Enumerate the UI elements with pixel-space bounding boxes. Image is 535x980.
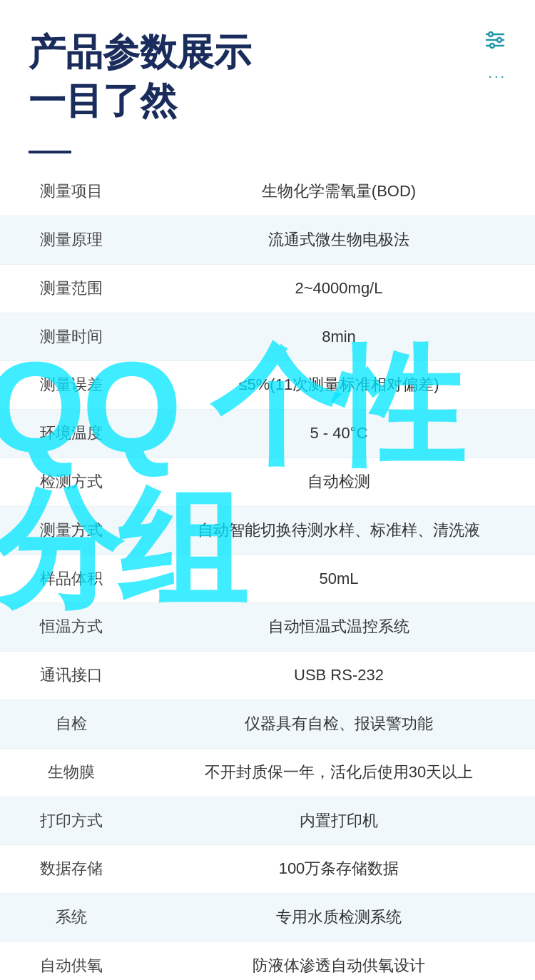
param-label: 打印方式 bbox=[0, 797, 143, 845]
table-row: 打印方式内置打印机 bbox=[0, 797, 535, 845]
param-label: 通讯接口 bbox=[0, 652, 143, 700]
table-row: 自检仪器具有自检、报误警功能 bbox=[0, 699, 535, 748]
param-value: 100万条存储数据 bbox=[143, 845, 535, 894]
table-row: 系统专用水质检测系统 bbox=[0, 894, 535, 942]
param-label: 测量时间 bbox=[0, 313, 143, 361]
param-value: 专用水质检测系统 bbox=[143, 894, 535, 942]
table-row: 测量误差≤5%(11次测量标准相对偏差) bbox=[0, 361, 535, 410]
table-row: 数据存储100万条存储数据 bbox=[0, 845, 535, 894]
table-row: 恒温方式自动恒温式温控系统 bbox=[0, 603, 535, 652]
param-value: ≤5%(11次测量标准相对偏差) bbox=[143, 361, 535, 410]
param-value: 防液体渗透自动供氧设计 bbox=[143, 941, 535, 980]
table-row: 自动供氧防液体渗透自动供氧设计 bbox=[0, 941, 535, 980]
param-value: USB RS-232 bbox=[143, 652, 535, 700]
param-label: 测量项目 bbox=[0, 168, 143, 216]
table-row: 测量范围2~4000mg/L bbox=[0, 264, 535, 313]
page-title: 产品参数展示 一目了然 bbox=[29, 29, 506, 125]
param-label: 生物膜 bbox=[0, 748, 143, 797]
param-value: 8min bbox=[143, 313, 535, 361]
table-row: 测量项目生物化学需氧量(BOD) bbox=[0, 168, 535, 216]
param-label: 测量原理 bbox=[0, 216, 143, 264]
param-value: 自动恒温式温控系统 bbox=[143, 603, 535, 652]
params-table: 测量项目生物化学需氧量(BOD)测量原理流通式微生物电极法测量范围2~4000m… bbox=[0, 168, 535, 980]
table-row: 生物膜不开封质保一年，活化后使用30天以上 bbox=[0, 748, 535, 797]
header-section: 产品参数展示 一目了然 ··· bbox=[0, 0, 535, 139]
param-value: 5 - 40°C bbox=[143, 410, 535, 458]
svg-point-4 bbox=[497, 38, 501, 42]
param-value: 仪器具有自检、报误警功能 bbox=[143, 699, 535, 748]
param-value: 自动检测 bbox=[143, 458, 535, 506]
table-row: 通讯接口USB RS-232 bbox=[0, 652, 535, 700]
table-row: 测量时间8min bbox=[0, 313, 535, 361]
param-value: 自动智能切换待测水样、标准样、清洗液 bbox=[143, 506, 535, 555]
param-label: 测量方式 bbox=[0, 506, 143, 555]
header-icons: ··· bbox=[484, 29, 506, 84]
param-label: 自动供氧 bbox=[0, 941, 143, 980]
param-value: 50mL bbox=[143, 555, 535, 603]
table-row: 样品体积50mL bbox=[0, 555, 535, 603]
param-value: 生物化学需氧量(BOD) bbox=[143, 168, 535, 216]
filter-icon[interactable] bbox=[484, 29, 506, 56]
param-label: 系统 bbox=[0, 894, 143, 942]
param-label: 检测方式 bbox=[0, 458, 143, 506]
svg-point-5 bbox=[490, 44, 494, 48]
param-value: 不开封质保一年，活化后使用30天以上 bbox=[143, 748, 535, 797]
param-label: 样品体积 bbox=[0, 555, 143, 603]
param-value: 2~4000mg/L bbox=[143, 264, 535, 313]
accent-divider bbox=[29, 151, 71, 153]
table-row: 测量方式自动智能切换待测水样、标准样、清洗液 bbox=[0, 506, 535, 555]
param-label: 环境温度 bbox=[0, 410, 143, 458]
param-label: 自检 bbox=[0, 699, 143, 748]
table-row: 测量原理流通式微生物电极法 bbox=[0, 216, 535, 264]
param-label: 数据存储 bbox=[0, 845, 143, 894]
param-value: 内置打印机 bbox=[143, 797, 535, 845]
more-options-icon[interactable]: ··· bbox=[488, 68, 506, 84]
table-row: 环境温度5 - 40°C bbox=[0, 410, 535, 458]
param-value: 流通式微生物电极法 bbox=[143, 216, 535, 264]
param-label: 测量误差 bbox=[0, 361, 143, 410]
param-label: 测量范围 bbox=[0, 264, 143, 313]
table-row: 检测方式自动检测 bbox=[0, 458, 535, 506]
svg-point-3 bbox=[489, 32, 493, 36]
param-label: 恒温方式 bbox=[0, 603, 143, 652]
